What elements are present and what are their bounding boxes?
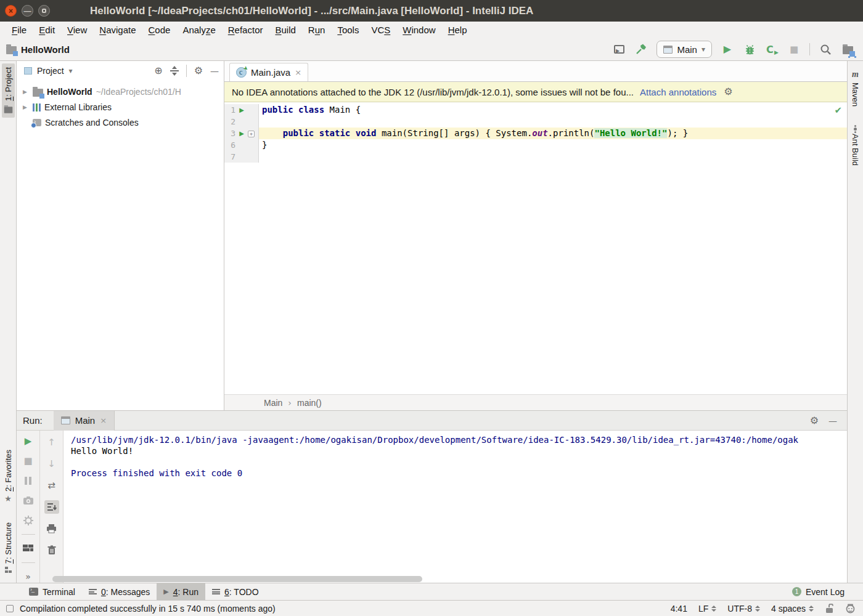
project-tree: ▶HelloWorld ~/IdeaProjects/ch01/H▶Extern… bbox=[17, 80, 224, 130]
close-icon[interactable]: × bbox=[295, 68, 301, 76]
scroll-to-end-icon[interactable] bbox=[44, 500, 59, 514]
clear-console-icon[interactable] bbox=[44, 543, 59, 557]
breadcrumb-item[interactable]: main() bbox=[297, 398, 322, 408]
project-structure-icon[interactable] bbox=[841, 43, 854, 56]
stop-icon[interactable]: ■ bbox=[21, 455, 36, 467]
console-line: /usr/lib/jvm/jdk-12.0.1/bin/java -javaag… bbox=[71, 434, 847, 445]
code-line[interactable]: 6} bbox=[224, 139, 847, 151]
menu-build[interactable]: Build bbox=[269, 23, 301, 36]
run-console[interactable]: /usr/lib/jvm/jdk-12.0.1/bin/java -javaag… bbox=[63, 431, 847, 583]
event-log-button[interactable]: 1 Event Log bbox=[792, 587, 845, 597]
line-number: 3 bbox=[224, 128, 235, 139]
spinner-icon bbox=[755, 606, 760, 612]
menu-run[interactable]: Run bbox=[303, 23, 331, 36]
toolwindow-quick-access-icon[interactable] bbox=[6, 605, 14, 612]
code-line[interactable]: 7 bbox=[224, 151, 847, 163]
run-config-selector[interactable]: Main ▾ bbox=[656, 41, 712, 58]
tree-item[interactable]: Scratches and Consoles bbox=[17, 115, 224, 130]
gear-icon[interactable]: ⚙ bbox=[810, 416, 819, 426]
prev-occurrence-icon[interactable]: ↑ bbox=[44, 436, 59, 449]
menu-view[interactable]: View bbox=[62, 23, 92, 36]
toolwindow-button-terminal[interactable]: Terminal bbox=[22, 583, 82, 601]
run-line-icon[interactable]: ▶ bbox=[235, 104, 248, 116]
ant-icon bbox=[854, 128, 857, 131]
run-icon[interactable]: ▶ bbox=[721, 43, 734, 56]
search-everywhere-icon[interactable] bbox=[819, 43, 832, 56]
expand-arrow-icon[interactable]: ▶ bbox=[23, 104, 29, 110]
indent-selector[interactable]: 4 spaces bbox=[771, 604, 814, 614]
toolwindow-tab-ant[interactable]: Ant Build bbox=[849, 124, 861, 169]
console-line: Hello World! bbox=[71, 445, 847, 456]
code-text: public class Main { bbox=[259, 104, 847, 116]
menu-edit[interactable]: Edit bbox=[33, 23, 60, 36]
attach-annotations-link[interactable]: Attach annotations bbox=[640, 87, 716, 97]
close-icon[interactable]: × bbox=[100, 416, 107, 424]
rerun-icon[interactable]: ▶ bbox=[21, 436, 36, 447]
inspection-profile-icon[interactable] bbox=[845, 603, 856, 614]
line-ending-selector[interactable]: LF bbox=[698, 604, 716, 614]
more-actions-icon[interactable]: » bbox=[21, 571, 36, 583]
toolbar-separator bbox=[22, 562, 35, 563]
fold-icon[interactable]: + bbox=[248, 128, 256, 139]
toolwindow-tab-label: Ant Build bbox=[851, 134, 860, 166]
encoding-selector[interactable]: UTF-8 bbox=[727, 604, 760, 614]
debug-icon[interactable] bbox=[743, 43, 756, 56]
unlock-icon[interactable] bbox=[825, 604, 834, 614]
tree-item[interactable]: ▶HelloWorld ~/IdeaProjects/ch01/H bbox=[17, 84, 224, 99]
run-with-coverage-icon[interactable]: C▶ bbox=[765, 43, 779, 56]
caret-position[interactable]: 4:41 bbox=[671, 604, 687, 614]
menu-window[interactable]: Window bbox=[397, 23, 441, 36]
menu-analyze[interactable]: Analyze bbox=[177, 23, 221, 36]
clock-icon bbox=[31, 123, 36, 128]
menu-file[interactable]: File bbox=[6, 23, 32, 36]
thread-dump-icon[interactable] bbox=[21, 495, 36, 506]
stop-icon[interactable]: ■ bbox=[787, 43, 801, 56]
editor-gutter: 6 bbox=[224, 139, 259, 151]
code-line[interactable]: 2 bbox=[224, 116, 847, 128]
window-minimize-icon[interactable]: — bbox=[22, 5, 33, 17]
build-hammer-icon[interactable] bbox=[634, 43, 648, 56]
menu-vcs[interactable]: VCS bbox=[366, 23, 396, 36]
code-editor[interactable]: ✔ 1▶public class Main {23▶+ public stati… bbox=[224, 102, 847, 394]
run-anything-icon[interactable] bbox=[612, 43, 626, 56]
hide-panel-icon[interactable]: — bbox=[210, 67, 219, 75]
collapse-all-icon[interactable] bbox=[170, 66, 179, 76]
horizontal-scrollbar[interactable] bbox=[52, 576, 422, 582]
hide-panel-icon[interactable]: — bbox=[828, 416, 837, 425]
next-occurrence-icon[interactable]: ↓ bbox=[44, 457, 59, 471]
menu-code[interactable]: Code bbox=[143, 23, 176, 36]
tree-item[interactable]: ▶External Libraries bbox=[17, 99, 224, 115]
breadcrumb-item[interactable]: Main bbox=[264, 398, 282, 408]
gear-icon[interactable]: ⚙ bbox=[194, 66, 203, 76]
toolwindow-button-messages[interactable]: 0: Messages bbox=[82, 583, 157, 601]
toolwindow-tab-project[interactable]: 1: Project bbox=[2, 63, 15, 118]
menu-tools[interactable]: Tools bbox=[332, 23, 364, 36]
gear-icon[interactable]: ⚙ bbox=[724, 87, 732, 97]
window-close-icon[interactable]: × bbox=[5, 5, 17, 17]
toolwindow-button-run[interactable]: ▶4: Run bbox=[157, 583, 205, 601]
toolwindow-tab-favorites[interactable]: 2: Favorites★ bbox=[2, 446, 14, 506]
run-tab-main[interactable]: Main × bbox=[54, 411, 115, 431]
soft-wrap-icon[interactable]: ⇄ bbox=[44, 479, 59, 492]
menu-refactor[interactable]: Refactor bbox=[223, 23, 269, 36]
locate-file-icon[interactable]: ⊕ bbox=[154, 66, 162, 76]
menu-help[interactable]: Help bbox=[443, 23, 473, 36]
toolwindow-button-label: 6: TODO bbox=[224, 587, 259, 597]
code-line[interactable]: 1▶public class Main { bbox=[224, 104, 847, 116]
run-line-icon[interactable]: ▶ bbox=[235, 128, 248, 139]
inspections-ok-icon[interactable]: ✔ bbox=[834, 105, 842, 116]
window-maximize-icon[interactable] bbox=[38, 5, 50, 17]
editor-tab-main-java[interactable]: c➤ Main.java × bbox=[229, 63, 308, 81]
line-number: 7 bbox=[224, 151, 235, 163]
restore-layout-icon[interactable] bbox=[21, 543, 36, 554]
toolwindow-tab-maven[interactable]: mMaven bbox=[849, 66, 861, 110]
print-icon[interactable] bbox=[44, 522, 59, 535]
project-view-selector[interactable]: Project ▾ bbox=[24, 66, 73, 76]
code-line[interactable]: 3▶+ public static void main(String[] arg… bbox=[224, 128, 847, 139]
toolwindow-button-todo[interactable]: 6: TODO bbox=[205, 583, 266, 601]
expand-arrow-icon[interactable]: ▶ bbox=[23, 89, 29, 95]
toolwindow-tab-structure[interactable]: 7: Structure bbox=[2, 519, 14, 577]
menu-navigate[interactable]: Navigate bbox=[94, 23, 141, 36]
debug-settings-icon[interactable] bbox=[21, 514, 36, 526]
pause-output-icon[interactable] bbox=[21, 475, 36, 487]
